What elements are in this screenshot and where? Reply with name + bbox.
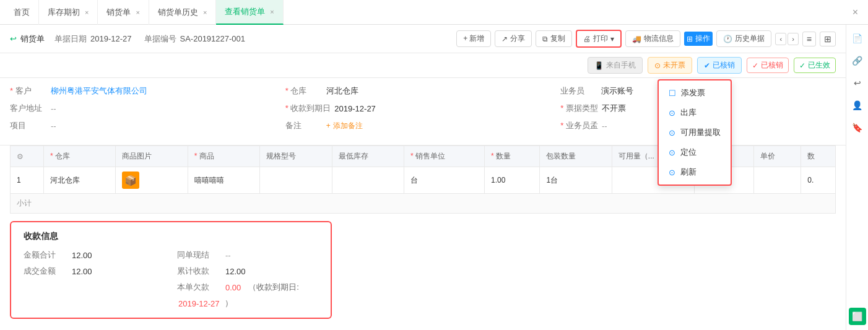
address-field: 客户地址 -- bbox=[10, 103, 285, 114]
note-field: 备注 + 添加备注 bbox=[285, 120, 561, 131]
phone-icon: 📱 bbox=[594, 61, 604, 70]
nav-prev[interactable]: ‹ bbox=[775, 33, 786, 45]
copy-button[interactable]: ⧉ 复制 bbox=[536, 30, 572, 47]
product-img-icon: 📦 bbox=[124, 175, 137, 186]
panel-icon-4[interactable]: 👤 bbox=[849, 97, 866, 114]
tab-inventory-close[interactable]: × bbox=[85, 9, 89, 16]
panel-icon-2[interactable]: 🔗 bbox=[849, 52, 866, 69]
panel-icon-3[interactable]: ↩ bbox=[849, 74, 866, 92]
receipt-same-order-label: 同单现结 bbox=[177, 250, 220, 261]
sold-btn[interactable]: ✓ 已核销 bbox=[747, 58, 789, 73]
warehouse-field: 仓库 河北仓库 bbox=[285, 85, 561, 97]
share-label: 分享 bbox=[510, 33, 525, 44]
doc-title: ↩ 销货单 bbox=[10, 33, 45, 45]
logistics-button[interactable]: 🚚 物流信息 bbox=[625, 30, 680, 47]
nav-next[interactable]: › bbox=[788, 33, 799, 45]
logistics-label: 物流信息 bbox=[644, 33, 674, 44]
receipt-balance-row: 本单欠款 0.00 （收款到期日: 2019-12-27 ） bbox=[177, 282, 318, 309]
view-grid-btn[interactable]: ⊞ bbox=[820, 32, 836, 46]
staff-value: 演示账号 bbox=[601, 85, 633, 97]
right-panel: 📄 🔗 ↩ 👤 🔖 ⬜ bbox=[846, 25, 868, 330]
operations-button[interactable]: ⊞ 操作 bbox=[684, 32, 713, 46]
tab-view-sales[interactable]: 查看销货单 × bbox=[216, 0, 283, 25]
receipt-transaction-row: 成交金额 12.00 bbox=[24, 266, 165, 277]
receipt-balance-date: 2019-12-27 bbox=[178, 299, 220, 308]
receipt-cumulative-row: 累计收款 12.00 bbox=[177, 266, 318, 277]
tab-history-close[interactable]: × bbox=[203, 9, 207, 16]
new-button[interactable]: + 新增 bbox=[456, 30, 491, 47]
ticket-type-label: 票据类型 bbox=[560, 103, 598, 114]
cell-price bbox=[754, 167, 801, 194]
project-value: -- bbox=[51, 121, 56, 131]
logistics-icon: 🚚 bbox=[632, 35, 641, 43]
customer-label: 客户 bbox=[10, 85, 47, 97]
staff-label: 业务员 bbox=[560, 85, 597, 97]
doc-date-value: 2019-12-27 bbox=[90, 34, 132, 43]
confirmed-btn[interactable]: ✔ 已核销 bbox=[697, 57, 742, 74]
receipt-grid: 金额合计 12.00 同单现结 -- 成交金额 12.00 累计收款 12.00 bbox=[24, 250, 318, 309]
due-date-label: 收款到期日 bbox=[285, 103, 331, 114]
effect-btn[interactable]: ✓ 已生效 bbox=[794, 58, 836, 73]
address-label: 客户地址 bbox=[10, 103, 47, 114]
receipt-balance-note: （收款到期日: bbox=[248, 282, 299, 293]
tab-sales-close[interactable]: × bbox=[136, 9, 139, 16]
receipt-total-value: 12.00 bbox=[72, 251, 92, 260]
add-note-btn[interactable]: + 添加备注 bbox=[326, 121, 363, 131]
toolbar: + 新增 ↗ 分享 ⧉ 复制 🖨 打印 ▾ 🚚 物流信息 bbox=[456, 30, 836, 48]
history-button[interactable]: 🕐 历史单据 bbox=[716, 30, 771, 47]
tab-history[interactable]: 销货单历史 × bbox=[149, 0, 216, 25]
doc-date-item: 单据日期 2019-12-27 bbox=[54, 33, 132, 45]
subtotal-cell: 小计 bbox=[11, 194, 836, 214]
customer-value[interactable]: 柳州粤港平安气体有限公司 bbox=[51, 85, 147, 97]
cell-unit: 台 bbox=[404, 167, 485, 194]
panel-icon-5[interactable]: 🔖 bbox=[849, 119, 866, 136]
ticket-type-value: 不开票 bbox=[602, 103, 626, 114]
gear-icon[interactable]: ⚙ bbox=[17, 152, 24, 161]
outbound-label: 出库 bbox=[680, 107, 697, 118]
panel-icon-1[interactable]: 📄 bbox=[849, 30, 866, 47]
print-button[interactable]: 🖨 打印 ▾ bbox=[576, 30, 622, 48]
not-open-btn[interactable]: ⊙ 未开票 bbox=[648, 57, 692, 74]
tab-sales[interactable]: 销货单 × bbox=[98, 0, 149, 25]
sales-value: -- bbox=[602, 121, 607, 131]
panel-icon-expand[interactable]: ⬜ bbox=[849, 308, 866, 325]
tab-bar: 首页 库存期初 × 销货单 × 销货单历史 × 查看销货单 × × bbox=[0, 0, 868, 25]
col-img: 商品图片 bbox=[116, 146, 188, 167]
window-close-icon[interactable]: × bbox=[848, 7, 863, 17]
receipt-cumulative-label: 累计收款 bbox=[177, 266, 220, 277]
tab-view-sales-close[interactable]: × bbox=[270, 8, 274, 15]
address-value: -- bbox=[51, 104, 56, 113]
dropdown-outbound[interactable]: ⊙ 出库 bbox=[659, 103, 731, 123]
tab-home[interactable]: 首页 bbox=[5, 0, 39, 25]
refresh-icon: ⊙ bbox=[669, 168, 675, 177]
dropdown-add-invoice[interactable]: ☐ 添发票 bbox=[659, 83, 731, 103]
col-gear: ⚙ bbox=[11, 146, 44, 167]
view-list-btn[interactable]: ≡ bbox=[802, 32, 816, 46]
tab-inventory[interactable]: 库存期初 × bbox=[39, 0, 98, 25]
copy-label: 复制 bbox=[550, 33, 565, 44]
col-spec: 规格型号 bbox=[260, 146, 332, 167]
not-open-label: 未开票 bbox=[663, 60, 685, 71]
receipt-total-row: 金额合计 12.00 bbox=[24, 250, 165, 261]
col-min-stock: 最低库存 bbox=[332, 146, 404, 167]
history-label: 历史单据 bbox=[735, 33, 765, 44]
new-label: + 新增 bbox=[463, 33, 484, 44]
share-icon: ↗ bbox=[501, 35, 508, 43]
dropdown-available[interactable]: ⊙ 可用量提取 bbox=[659, 123, 731, 142]
cell-num: 1 bbox=[11, 167, 44, 194]
dropdown-refresh[interactable]: ⊙ 刷新 bbox=[659, 162, 731, 182]
warehouse-value: 河北仓库 bbox=[326, 85, 358, 97]
cell-spec bbox=[260, 167, 332, 194]
share-button[interactable]: ↗ 分享 bbox=[495, 30, 532, 47]
receipt-section: 收款信息 金额合计 12.00 同单现结 -- 成交金额 12.00 累计收款 … bbox=[10, 221, 332, 319]
receipt-balance-value: 0.00 bbox=[225, 283, 241, 292]
operations-dropdown: ☐ 添发票 ⊙ 出库 ⊙ 可用量提取 ⊙ 定位 ⊙ 刷新 bbox=[658, 79, 732, 186]
from-phone-btn[interactable]: 📱 来自手机 bbox=[588, 57, 643, 74]
add-invoice-icon: ☐ bbox=[669, 89, 676, 98]
customer-field: 客户 柳州粤港平安气体有限公司 bbox=[10, 85, 285, 97]
dropdown-locate[interactable]: ⊙ 定位 bbox=[659, 142, 731, 162]
confirmed-label: 已核销 bbox=[713, 60, 735, 71]
confirmed-icon: ✔ bbox=[704, 61, 710, 70]
receipt-same-order-row: 同单现结 -- bbox=[177, 250, 318, 261]
doc-no-item: 单据编号 SA-20191227-001 bbox=[144, 33, 246, 45]
